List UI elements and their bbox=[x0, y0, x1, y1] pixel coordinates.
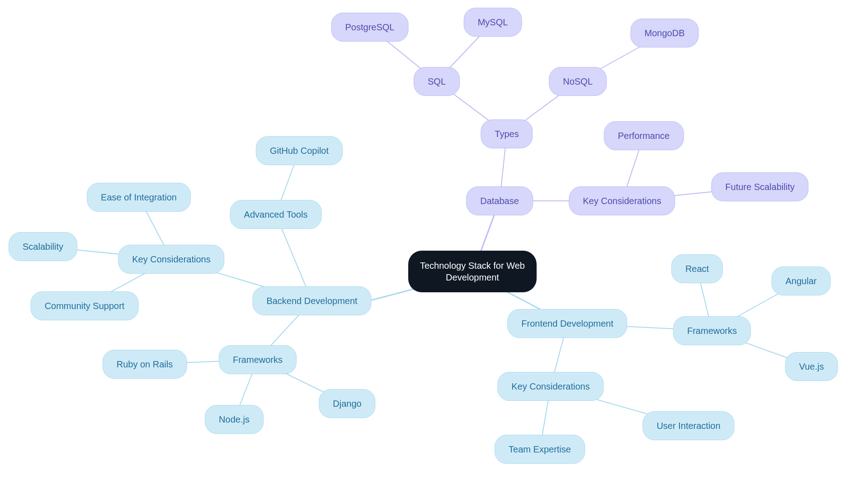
node-community: Community Support bbox=[31, 291, 139, 320]
label: Frameworks bbox=[233, 355, 283, 365]
label: Frontend Development bbox=[521, 319, 613, 328]
node-node: Node.js bbox=[205, 405, 264, 434]
label: Key Considerations bbox=[511, 381, 590, 391]
label: Scalability bbox=[23, 242, 63, 252]
node-database: Database bbox=[466, 186, 533, 215]
node-vue: Vue.js bbox=[785, 352, 838, 381]
label: Database bbox=[480, 196, 519, 206]
node-postgres: PostgreSQL bbox=[331, 13, 409, 42]
label: NoSQL bbox=[563, 76, 593, 86]
label: PostgreSQL bbox=[345, 22, 395, 32]
node-nosql: NoSQL bbox=[549, 67, 607, 96]
label: Key Considerations bbox=[132, 254, 210, 264]
diagram-canvas: Technology Stack for Web Development Bac… bbox=[0, 0, 868, 490]
node-performance: Performance bbox=[604, 121, 684, 150]
label: React bbox=[685, 264, 709, 274]
label: Ease of Integration bbox=[101, 192, 177, 202]
node-scalability: Scalability bbox=[9, 232, 77, 261]
node-team: Team Expertise bbox=[495, 435, 585, 464]
label: SQL bbox=[428, 76, 446, 86]
node-db-considerations: Key Considerations bbox=[569, 186, 675, 215]
label: MySQL bbox=[478, 17, 508, 27]
node-frontend-considerations: Key Considerations bbox=[497, 372, 604, 401]
root-label: Technology Stack for Web Development bbox=[420, 261, 525, 282]
node-backend-frameworks: Frameworks bbox=[219, 345, 297, 374]
label: Advanced Tools bbox=[244, 209, 308, 219]
node-types: Types bbox=[481, 119, 533, 148]
label: Ruby on Rails bbox=[117, 359, 173, 369]
label: GitHub Copilot bbox=[270, 146, 329, 156]
node-frontend: Frontend Development bbox=[507, 309, 627, 338]
node-django: Django bbox=[319, 389, 375, 418]
node-ease: Ease of Integration bbox=[87, 183, 191, 212]
label: Performance bbox=[618, 131, 670, 141]
node-future: Future Scalability bbox=[711, 172, 808, 201]
node-frontend-frameworks: Frameworks bbox=[673, 316, 751, 345]
node-react: React bbox=[671, 254, 723, 283]
label: Node.js bbox=[219, 414, 250, 424]
label: Frameworks bbox=[687, 326, 737, 336]
node-interaction: User Interaction bbox=[642, 411, 734, 440]
label: Community Support bbox=[45, 301, 125, 311]
label: Angular bbox=[786, 276, 817, 286]
node-backend-considerations: Key Considerations bbox=[118, 245, 224, 274]
node-mysql: MySQL bbox=[464, 8, 522, 37]
label: Future Scalability bbox=[725, 182, 794, 192]
label: MongoDB bbox=[645, 28, 685, 38]
node-mongo: MongoDB bbox=[631, 19, 699, 48]
label: User Interaction bbox=[656, 421, 720, 431]
node-ruby: Ruby on Rails bbox=[103, 350, 187, 379]
label: Backend Development bbox=[266, 296, 357, 306]
node-copilot: GitHub Copilot bbox=[256, 136, 343, 165]
label: Team Expertise bbox=[509, 444, 571, 454]
root-node: Technology Stack for Web Development bbox=[408, 251, 537, 292]
node-tools: Advanced Tools bbox=[230, 200, 322, 229]
label: Types bbox=[495, 129, 519, 139]
node-sql: SQL bbox=[414, 67, 460, 96]
node-angular: Angular bbox=[772, 266, 831, 295]
label: Key Considerations bbox=[583, 196, 661, 206]
label: Django bbox=[333, 399, 361, 409]
label: Vue.js bbox=[799, 362, 824, 371]
node-backend: Backend Development bbox=[252, 286, 371, 315]
